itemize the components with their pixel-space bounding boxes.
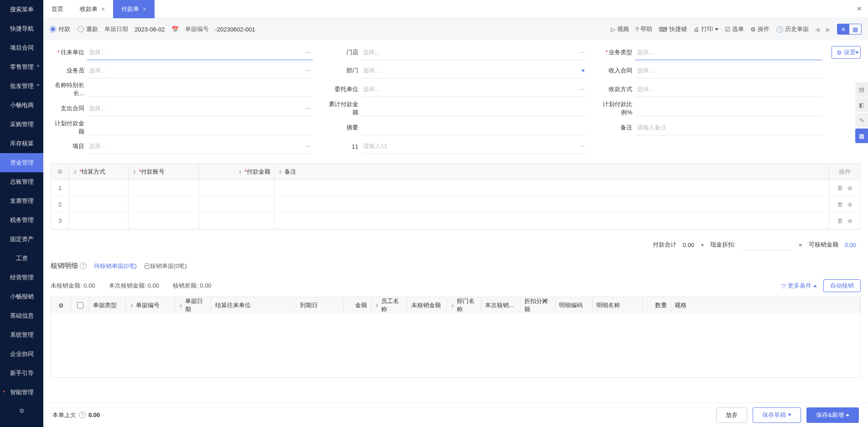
sidebar-smart[interactable]: 智能管理 — [0, 383, 43, 402]
gear-icon[interactable]: ⚙ — [51, 164, 69, 180]
gear-icon[interactable]: ⚙ — [51, 297, 71, 314]
radio-refund[interactable]: 退款 — [78, 25, 98, 33]
col-deptname[interactable]: ▲▼部门名称 — [447, 297, 481, 314]
plan-ratio-input[interactable] — [635, 101, 822, 116]
more-icon[interactable]: ⋯ — [579, 49, 585, 56]
sidebar-fund[interactable]: 资金管理 — [0, 153, 43, 172]
check-all[interactable] — [71, 297, 89, 314]
rail-btn-1[interactable]: ▤ — [855, 82, 868, 97]
help-icon[interactable]: ? — [80, 262, 87, 269]
more-icon[interactable]: ⋯ — [305, 49, 311, 56]
rail-btn-2[interactable]: ◧ — [855, 98, 868, 112]
project-input[interactable] — [87, 139, 313, 154]
biztype-input[interactable] — [635, 45, 822, 60]
plan-amount-input[interactable] — [87, 120, 313, 135]
recv-method-input[interactable] — [635, 82, 822, 97]
add-icon[interactable]: ⊕ — [847, 217, 852, 224]
sidebar-tax[interactable]: 税务管理 — [0, 211, 43, 230]
sidebar-contract[interactable]: 项目合同 — [0, 38, 43, 57]
chevron-down-icon[interactable] — [855, 49, 859, 56]
view-list-icon[interactable]: ≡ — [837, 24, 849, 34]
col-unverified[interactable]: 未核销金额 — [408, 297, 447, 314]
sidebar-salary[interactable]: 工资 — [0, 249, 43, 268]
col-discount[interactable]: 折扣分摊额 — [521, 297, 555, 314]
tabs-close-all[interactable]: × — [850, 4, 868, 14]
col-detailcode[interactable]: 明细编码 — [555, 297, 593, 314]
sidebar-wholesale[interactable]: 批发管理 — [0, 77, 43, 96]
cumulative-input[interactable] — [361, 101, 587, 116]
delete-icon[interactable]: 🗑 — [837, 201, 843, 208]
view-grid-icon[interactable]: ▦ — [849, 24, 861, 34]
video-button[interactable]: ▷ 视频 — [611, 25, 629, 33]
cash-discount-input[interactable] — [742, 239, 792, 251]
col-detailname[interactable]: 明细名称 — [593, 297, 643, 314]
grid-row[interactable]: 3 🗑⊕ — [51, 213, 860, 229]
rail-btn-4[interactable]: ▦ — [855, 129, 868, 143]
select-button[interactable]: ☑ 选单 — [725, 25, 744, 33]
close-icon[interactable]: × — [143, 5, 146, 13]
longname-input[interactable] — [87, 82, 313, 97]
expense-contract-input[interactable] — [87, 101, 313, 116]
col-amount[interactable]: 金额 — [344, 297, 371, 314]
sidebar-guide[interactable]: 新手引导 — [0, 364, 43, 383]
add-icon[interactable]: ⊕ — [847, 201, 852, 208]
help-icon[interactable]: ? — [79, 412, 86, 418]
close-icon[interactable]: × — [101, 5, 105, 13]
prev-icon[interactable]: ◀ — [815, 26, 820, 33]
col-settle[interactable]: ▲▼*结算方式 — [69, 164, 129, 180]
sidebar-system[interactable]: 系统管理 — [0, 325, 43, 345]
more-icon[interactable]: ⋯ — [305, 143, 311, 149]
col-qty[interactable]: 数量 — [643, 297, 671, 314]
store-input[interactable] — [361, 45, 587, 60]
next-icon[interactable]: ▶ — [826, 26, 831, 33]
col-docdate[interactable]: ▲▼单据日期 — [175, 297, 212, 314]
auto-verify-button[interactable]: 自动核销 — [823, 279, 861, 292]
sidebar-purchase[interactable]: 采购管理 — [0, 115, 43, 134]
sidebar-inventory[interactable]: 库存核算 — [0, 134, 43, 153]
add-icon[interactable]: ⊕ — [847, 185, 852, 191]
sidebar-basis[interactable]: 基础信息 — [0, 306, 43, 325]
col-spec[interactable]: 规格 — [671, 297, 860, 314]
sidebar-ledger[interactable]: 总账管理 — [0, 172, 43, 191]
col-doctype[interactable]: 单据类型 — [89, 297, 126, 314]
more-condition-button[interactable]: ▽ 更多条件 — [781, 282, 817, 290]
sidebar-asset[interactable]: 固定资产 — [0, 230, 43, 249]
date-value[interactable]: 2023-06-02 — [134, 26, 165, 33]
remark-input[interactable] — [635, 120, 822, 135]
eleven-input[interactable] — [361, 139, 587, 154]
save-draft-button[interactable]: 保存草稿 — [753, 407, 801, 423]
calendar-icon[interactable]: 📅 — [171, 26, 179, 33]
history-button[interactable]: 🕑 历史单据 — [776, 25, 809, 33]
save-new-button[interactable]: 保存&新增 — [806, 407, 859, 423]
sidebar-quicknav[interactable]: 快捷导航 — [0, 19, 43, 38]
print-button[interactable]: 🖨 打印 — [693, 25, 718, 33]
grid-row[interactable]: 1 🗑⊕ — [51, 180, 860, 196]
delete-icon[interactable]: 🗑 — [837, 217, 843, 224]
discard-button[interactable]: 放弃 — [716, 407, 747, 423]
sidebar-retail[interactable]: 零售管理 — [0, 57, 43, 77]
more-icon[interactable]: ⋯ — [579, 86, 585, 93]
sidebar-expense[interactable]: 小畅报销 — [0, 287, 43, 306]
hx-tab-pending[interactable]: 待核销单据(0笔) — [94, 262, 137, 270]
more-icon[interactable]: ⋯ — [305, 67, 311, 74]
sidebar-search[interactable]: 搜索菜单 — [0, 0, 43, 19]
help-button[interactable]: ? 帮助 — [636, 25, 652, 33]
partner-input[interactable] — [87, 45, 313, 60]
rail-btn-3[interactable]: ✎ — [855, 113, 868, 128]
col-remark[interactable]: ▲▼备注 — [274, 164, 829, 180]
sidebar-settings-icon[interactable]: ⚙ — [0, 402, 43, 420]
shortcut-button[interactable]: ⌨ 快捷键 — [659, 25, 687, 33]
salesman-input[interactable] — [87, 63, 313, 78]
col-settleunit[interactable]: 结算往来单位 — [212, 297, 296, 314]
col-account[interactable]: ▲▼*付款账号 — [129, 164, 199, 180]
hx-tab-done[interactable]: 已核销单据(0笔) — [144, 262, 187, 270]
col-duedate[interactable]: 到期日 — [296, 297, 344, 314]
tab-payment[interactable]: 付款单× — [113, 0, 155, 18]
sidebar-operation[interactable]: 经营管理 — [0, 268, 43, 287]
tab-receipt[interactable]: 收款单× — [72, 0, 113, 18]
col-employee[interactable]: ▲▼员工名称 — [371, 297, 408, 314]
more-icon[interactable]: ⋯ — [305, 105, 311, 112]
more-icon[interactable]: ⋯ — [579, 143, 585, 149]
income-contract-input[interactable] — [635, 63, 822, 78]
col-thisverify[interactable]: 本次核销... — [481, 297, 521, 314]
